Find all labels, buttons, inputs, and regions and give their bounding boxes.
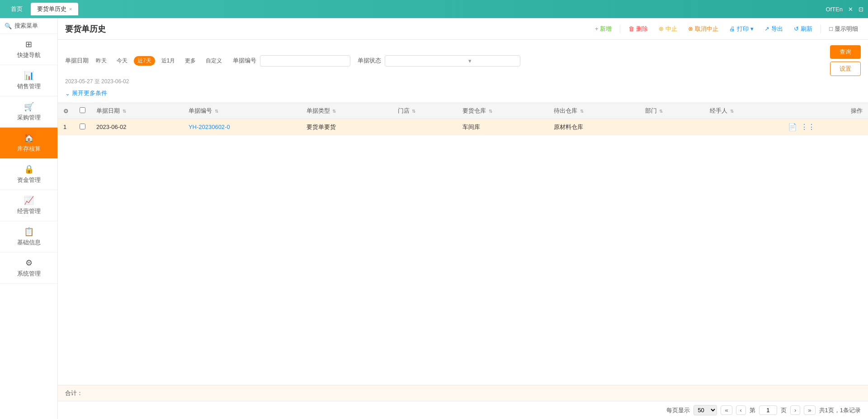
refresh-icon: ↺ bbox=[794, 25, 799, 32]
per-page-label: 每页显示 bbox=[666, 406, 690, 414]
new-button[interactable]: + 新增 bbox=[592, 23, 614, 35]
chip-yesterday[interactable]: 昨天 bbox=[92, 56, 110, 66]
print-button[interactable]: 🖨 打印 ▾ bbox=[726, 23, 756, 35]
select-all-checkbox[interactable] bbox=[80, 107, 85, 113]
total-info: 共1页，1条记录 bbox=[819, 406, 861, 414]
cancel-stop-label: 取消中止 bbox=[695, 25, 718, 33]
sidebar-item-finance[interactable]: 🔒 资金管理 bbox=[0, 159, 57, 190]
chip-today[interactable]: 今天 bbox=[113, 56, 131, 66]
top-bar: 首页 要货单历史 × OfTEn ✕ ⊡ bbox=[0, 0, 868, 18]
sidebar-item-inventory-label: 库存核算 bbox=[17, 145, 41, 153]
sales-icon: 📊 bbox=[24, 71, 34, 81]
sort-handler-icon[interactable]: ⇅ bbox=[730, 109, 734, 114]
th-handler-label: 经手人 bbox=[710, 107, 727, 114]
print-icon: 🖨 bbox=[729, 25, 735, 32]
first-page-btn[interactable]: « bbox=[721, 405, 732, 415]
sidebar-search[interactable]: 🔍 搜索菜单 bbox=[0, 18, 57, 34]
chip-more[interactable]: 更多 bbox=[181, 56, 199, 66]
date-chips: 昨天 今天 近7天 近1月 更多 自定义 bbox=[92, 56, 226, 66]
expand-more-btn[interactable]: ⌄ 展开更多条件 bbox=[65, 89, 861, 97]
toolbar: + 新增 🗑 删除 ⊗ 中止 ⊗ 取消中止 🖨 打印 bbox=[592, 23, 861, 35]
sidebar-item-sales[interactable]: 📊 销售管理 bbox=[0, 65, 57, 96]
cancel-stop-icon: ⊗ bbox=[688, 25, 693, 32]
cell-handler bbox=[704, 119, 783, 135]
sidebar: 🔍 搜索菜单 ⊞ 快捷导航 📊 销售管理 🛒 采购管理 🏠 库存核算 🔒 资金管… bbox=[0, 18, 58, 419]
purchase-icon: 🛒 bbox=[24, 102, 34, 112]
date-range-text: 2023-05-27 至 2023-06-02 bbox=[65, 78, 129, 85]
table-header: ⚙ 单据日期 ⇅ 单据编号 ⇅ bbox=[58, 103, 868, 119]
display-label: 显示明细 bbox=[835, 25, 858, 33]
docno-input[interactable] bbox=[260, 55, 350, 67]
window-close-icon[interactable]: ✕ bbox=[848, 6, 853, 13]
edit-action-icon[interactable]: 📄 bbox=[788, 123, 797, 131]
sort-doctype-icon[interactable]: ⇅ bbox=[332, 109, 336, 114]
th-reqwarehouse: 要货仓库 ⇅ bbox=[457, 103, 548, 119]
chevron-down-icon: ⌄ bbox=[65, 90, 70, 97]
status-select[interactable] bbox=[385, 55, 520, 67]
page-input[interactable] bbox=[759, 405, 777, 415]
query-button[interactable]: 查询 bbox=[830, 45, 861, 59]
export-button[interactable]: ↗ 导出 bbox=[762, 23, 786, 35]
sidebar-item-operations-label: 经营管理 bbox=[17, 207, 41, 215]
sort-reqwarehouse-icon[interactable]: ⇅ bbox=[489, 109, 492, 114]
row-checkbox[interactable] bbox=[80, 124, 85, 129]
chip-last1month[interactable]: 近1月 bbox=[158, 56, 179, 66]
action-icons: 📄 ⋮⋮ bbox=[788, 123, 863, 131]
refresh-label: 刷新 bbox=[801, 25, 812, 33]
docno-link[interactable]: YH-20230602-0 bbox=[189, 124, 230, 130]
print-label: 打印 bbox=[737, 25, 749, 33]
per-page-select[interactable]: 50 20 100 bbox=[693, 405, 717, 415]
more-action-icon[interactable]: ⋮⋮ bbox=[801, 123, 815, 131]
setting-button[interactable]: 设置 bbox=[830, 62, 861, 76]
cancel-stop-button[interactable]: ⊗ 取消中止 bbox=[685, 23, 721, 35]
next-page-btn[interactable]: › bbox=[790, 405, 800, 415]
cell-pendingwarehouse: 原材料仓库 bbox=[548, 119, 640, 135]
delete-button[interactable]: 🗑 删除 bbox=[626, 23, 651, 35]
th-action-label: 操作 bbox=[851, 107, 863, 114]
docno-filter-label: 单据编号 bbox=[233, 57, 256, 65]
stop-label: 中止 bbox=[665, 25, 677, 33]
status-filter-label: 单据状态 bbox=[358, 57, 381, 65]
gear-icon[interactable]: ⚙ bbox=[63, 108, 69, 114]
sidebar-item-inventory[interactable]: 🏠 库存核算 bbox=[0, 128, 57, 159]
cell-docdate: 2023-06-02 bbox=[91, 119, 183, 135]
sidebar-item-sysmanage-label: 系统管理 bbox=[17, 270, 41, 278]
quicknav-icon: ⊞ bbox=[25, 39, 32, 49]
th-handler: 经手人 ⇅ bbox=[704, 103, 783, 119]
stop-button[interactable]: ⊗ 中止 bbox=[656, 23, 680, 35]
sort-docdate-icon[interactable]: ⇅ bbox=[123, 109, 126, 114]
date-filter-label: 单据日期 bbox=[65, 57, 89, 65]
chip-custom[interactable]: 自定义 bbox=[202, 56, 226, 66]
last-page-btn[interactable]: » bbox=[804, 405, 815, 415]
display-detail-button[interactable]: □ 显示明细 bbox=[826, 23, 861, 35]
th-docno: 单据编号 ⇅ bbox=[183, 103, 301, 119]
sidebar-item-sysmanage[interactable]: ⚙ 系统管理 bbox=[0, 252, 57, 284]
chip-last7days[interactable]: 近7天 bbox=[134, 56, 155, 66]
window-maximize-icon[interactable]: ⊡ bbox=[859, 6, 863, 13]
table-row: 1 2023-06-02 YH-20230602-0 要货单要货 车间库 原材料… bbox=[58, 119, 868, 135]
tab-history-close[interactable]: × bbox=[69, 6, 72, 12]
sidebar-item-basicinfo[interactable]: 📋 基础信息 bbox=[0, 221, 57, 252]
cell-docno: YH-20230602-0 bbox=[183, 119, 301, 135]
refresh-button[interactable]: ↺ 刷新 bbox=[791, 23, 815, 35]
display-checkbox: □ bbox=[829, 25, 833, 32]
tab-home[interactable]: 首页 bbox=[5, 3, 29, 15]
th-checkbox bbox=[74, 103, 91, 119]
sidebar-item-operations[interactable]: 📈 经营管理 bbox=[0, 190, 57, 221]
sidebar-item-quicknav[interactable]: ⊞ 快捷导航 bbox=[0, 34, 57, 65]
sort-store-icon[interactable]: ⇅ bbox=[412, 109, 415, 114]
prev-page-btn[interactable]: ‹ bbox=[736, 405, 746, 415]
sort-docno-icon[interactable]: ⇅ bbox=[215, 109, 218, 114]
tab-history[interactable]: 要货单历史 × bbox=[31, 3, 78, 15]
sort-pendingwarehouse-icon[interactable]: ⇅ bbox=[580, 109, 584, 114]
th-docno-label: 单据编号 bbox=[189, 107, 212, 114]
th-store: 门店 ⇅ bbox=[392, 103, 457, 119]
search-icon: 🔍 bbox=[5, 23, 12, 29]
th-docdate: 单据日期 ⇅ bbox=[91, 103, 183, 119]
delete-icon: 🗑 bbox=[628, 25, 634, 32]
docno-filter-group: 单据编号 bbox=[233, 55, 350, 67]
sort-dept-icon[interactable]: ⇅ bbox=[659, 109, 663, 114]
sidebar-item-sales-label: 销售管理 bbox=[17, 82, 41, 90]
cell-doctype: 要货单要货 bbox=[301, 119, 392, 135]
sidebar-item-purchase[interactable]: 🛒 采购管理 bbox=[0, 96, 57, 128]
